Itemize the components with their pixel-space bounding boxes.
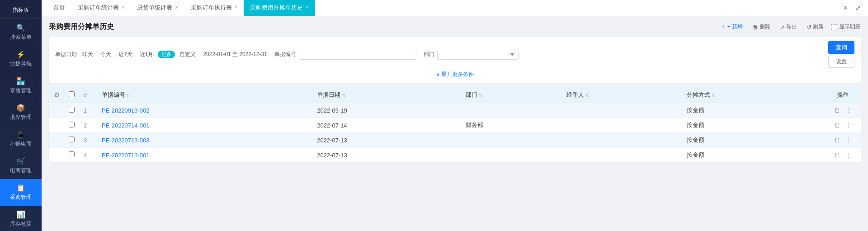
tab-purchase-exec-close[interactable]: × xyxy=(235,5,237,10)
table-row: 3 PE-20220713-003 2022-07-13 按金额 🗋 ⋮ xyxy=(49,133,861,148)
sidebar-item-wholesale[interactable]: 📦批发管理 xyxy=(0,99,42,126)
sort-icon-doc-number: ⇅ xyxy=(127,93,130,98)
tabs-bar: 首页 采购订单统计表 × 进货单统计表 × 采购订单执行表 × 采购费用分摊单历… xyxy=(42,0,868,16)
th-doc-date[interactable]: 单据日期 ⇅ xyxy=(312,87,461,103)
date-opt-custom[interactable]: 自定义 xyxy=(177,50,198,59)
sidebar-item-ecom[interactable]: 🛒电商管理 xyxy=(0,152,42,179)
th-settings[interactable]: ⚙ xyxy=(49,87,64,103)
doc-number-link-3[interactable]: PE-20220713-001 xyxy=(102,152,150,159)
row-checkbox-1[interactable] xyxy=(69,122,75,127)
doc-number-input[interactable] xyxy=(299,50,416,60)
select-all-checkbox[interactable] xyxy=(69,91,75,97)
th-doc-number-sort[interactable]: 单据编号 ⇅ xyxy=(102,91,130,99)
refresh-label: 刷新 xyxy=(813,23,824,31)
date-opt-7days[interactable]: 近7天 xyxy=(116,50,135,59)
td-handler-1 xyxy=(562,118,682,133)
th-dept-label: 部门 xyxy=(466,91,477,99)
sidebar-item-search[interactable]: 🔍搜索菜单 xyxy=(0,19,42,46)
sidebar-item-label: 电商管理 xyxy=(10,167,32,174)
tab-purchase-history-close[interactable]: × xyxy=(306,5,308,10)
th-handler[interactable]: 经手人 ⇅ xyxy=(562,87,682,103)
doc-number-link-0[interactable]: PE-20220919-002 xyxy=(102,107,150,114)
table-row: 4 PE-20220713-001 2022-07-13 按金额 🗋 ⋮ xyxy=(49,148,861,163)
date-range-value: 2022-01-01 至 2022-12-31 xyxy=(203,51,267,58)
td-actions-2: 🗋 ⋮ xyxy=(825,133,861,148)
date-opt-today[interactable]: 今天 xyxy=(98,50,114,59)
td-settings-0 xyxy=(49,103,64,118)
tab-purchase-exec[interactable]: 采购订单执行表 × xyxy=(184,0,244,16)
sidebar-item-label: 库存核算 xyxy=(10,220,32,228)
date-opt-yesterday[interactable]: 昨天 xyxy=(80,50,96,59)
date-filter-label: 单据日期 xyxy=(55,51,77,58)
column-settings-icon[interactable]: ⚙ xyxy=(54,91,60,99)
dept-filter-label: 部门 xyxy=(424,51,434,58)
row-checkbox-0[interactable] xyxy=(69,107,75,113)
td-num-1: 2 xyxy=(79,118,97,133)
add-button[interactable]: ＋ + 新增 xyxy=(718,22,745,32)
td-doc-number-3: PE-20220713-001 xyxy=(97,148,312,163)
sidebar-item-quick[interactable]: ⚡快捷导航 xyxy=(0,46,42,72)
doc-number-link-2[interactable]: PE-20220713-003 xyxy=(102,137,150,144)
th-split-method-sort[interactable]: 分摊方式 ⇅ xyxy=(687,91,715,99)
dept-select[interactable] xyxy=(437,50,519,60)
sidebar: 指标版 🔍搜索菜单⚡快捷导航🏪零售管理📦批发管理📱小畅电商🛒电商管理📋采购管理📊… xyxy=(0,0,42,231)
refresh-button[interactable]: ↺ 刷新 xyxy=(804,22,826,32)
date-options: 昨天 今天 近7天 近1月 更多 自定义 xyxy=(80,50,198,59)
td-checkbox-1 xyxy=(64,118,79,133)
sidebar-item-label: 小畅电商 xyxy=(10,140,32,148)
filter-settings-button[interactable]: 设置 xyxy=(828,56,854,68)
expand-conditions-row[interactable]: ∨ 展开更多条件 xyxy=(55,71,854,78)
row-checkbox-2[interactable] xyxy=(69,137,75,142)
sidebar-item-retail[interactable]: 🏪零售管理 xyxy=(0,72,42,99)
td-settings-2 xyxy=(49,133,64,148)
doc-number-link-1[interactable]: PE-20220714-001 xyxy=(102,122,150,129)
delete-button[interactable]: 🗑 删除 xyxy=(750,22,773,32)
th-doc-number-label: 单据编号 xyxy=(102,91,125,99)
td-actions-0: 🗋 ⋮ xyxy=(825,103,861,118)
th-dept[interactable]: 部门 ⇅ xyxy=(461,87,562,103)
th-doc-number[interactable]: 单据编号 ⇅ xyxy=(97,87,312,103)
tab-purchase-history[interactable]: 采购费用分摊单历史 × xyxy=(244,0,315,16)
tab-home[interactable]: 首页 xyxy=(47,0,71,16)
export-button[interactable]: ↗ 导出 xyxy=(778,22,800,32)
window-expand-button[interactable]: ⤢ xyxy=(853,3,863,13)
show-columns-checkbox[interactable] xyxy=(831,24,837,30)
mini-icon: 📱 xyxy=(16,130,25,139)
row-checkbox-3[interactable] xyxy=(69,151,75,157)
action-view-icon-1[interactable]: 🗋 xyxy=(833,122,842,129)
add-icon: ＋ xyxy=(721,23,726,31)
th-split-method[interactable]: 分摊方式 ⇅ xyxy=(682,87,825,103)
action-view-icon-2[interactable]: 🗋 xyxy=(833,137,842,144)
td-dept-0 xyxy=(461,103,562,118)
tab-inbound-stat[interactable]: 进货单统计表 × xyxy=(131,0,184,16)
window-close-button[interactable]: × xyxy=(842,3,849,13)
doc-number-label: 单据编号 xyxy=(274,51,296,58)
sidebar-item-purchase[interactable]: 📋采购管理 xyxy=(0,179,42,206)
sidebar-item-mini[interactable]: 📱小畅电商 xyxy=(0,126,42,152)
action-more-icon-1[interactable]: ⋮ xyxy=(844,122,853,129)
action-view-icon-0[interactable]: 🗋 xyxy=(833,107,842,114)
sidebar-item-label: 采购管理 xyxy=(10,193,32,201)
td-doc-date-2: 2022-07-13 xyxy=(312,133,461,148)
action-more-icon-2[interactable]: ⋮ xyxy=(844,137,853,144)
quick-icon: ⚡ xyxy=(16,50,25,59)
tab-purchase-stat-close[interactable]: × xyxy=(122,5,124,10)
tab-inbound-stat-close[interactable]: × xyxy=(175,5,178,10)
action-more-icon-3[interactable]: ⋮ xyxy=(844,151,853,159)
main-content: 首页 采购订单统计表 × 进货单统计表 × 采购订单执行表 × 采购费用分摊单历… xyxy=(42,0,868,231)
date-opt-1month[interactable]: 近1月 xyxy=(137,50,156,59)
action-view-icon-3[interactable]: 🗋 xyxy=(833,151,842,159)
sort-icon-split-method: ⇅ xyxy=(712,93,715,98)
show-columns-toggle[interactable]: 显示明细 xyxy=(831,23,861,31)
sidebar-item-label: 批发管理 xyxy=(10,113,32,121)
date-opt-more[interactable]: 更多 xyxy=(158,51,175,58)
export-label: 导出 xyxy=(786,23,797,31)
td-handler-2 xyxy=(562,133,682,148)
search-button[interactable]: 查询 xyxy=(828,41,854,54)
sidebar-item-inventory[interactable]: 📊库存核算 xyxy=(0,206,42,231)
action-more-icon-0[interactable]: ⋮ xyxy=(844,107,853,114)
th-doc-date-sort[interactable]: 单据日期 ⇅ xyxy=(317,91,345,99)
th-handler-sort[interactable]: 经手人 ⇅ xyxy=(566,91,589,99)
th-dept-sort[interactable]: 部门 ⇅ xyxy=(466,91,482,99)
tab-purchase-stat[interactable]: 采购订单统计表 × xyxy=(71,0,131,16)
